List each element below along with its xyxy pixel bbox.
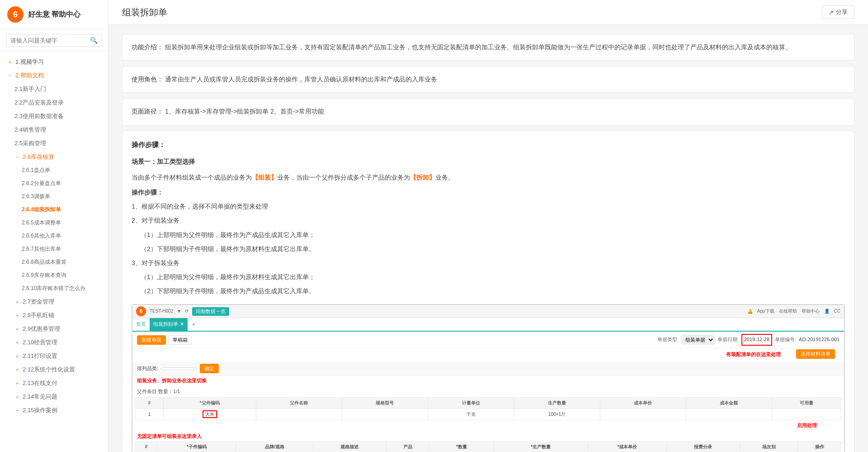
sidebar-item-custom[interactable]: ＋ 2.12系统个性化设置 <box>0 363 108 376</box>
path-label: 页面路径： <box>132 108 163 115</box>
sidebar-item-new-users[interactable]: 2.1新手入门 <box>0 82 108 96</box>
sidebar-item-assembly[interactable]: 2.6.4组装拆卸单 <box>0 203 108 216</box>
nav-label: 2.帮助文档 <box>15 71 44 80</box>
nav-label: 2.7资金管理 <box>23 298 54 306</box>
logo-area: 6 好生意 帮助中心 <box>0 0 108 29</box>
screenshot-container: 6 TEST-H002 ▼ ⟳ 同期数据一览 🔔 App下载 在线帮助 帮助中心… <box>132 304 845 452</box>
plus-icon: ＋ <box>14 380 20 387</box>
order-no-label: 单据编号: <box>775 335 796 344</box>
tab-assembly[interactable]: 组装拆卸单 ✕ <box>150 318 188 331</box>
sidebar-item-sales[interactable]: 2.4销售管理 <box>0 123 108 137</box>
ok-btn[interactable]: 确定 <box>200 364 219 373</box>
search-icon[interactable]: 🔍 <box>90 37 98 44</box>
page-title: 组装拆卸单 <box>122 6 167 19</box>
filter-input-box[interactable] <box>161 367 197 370</box>
top-right-nav: 🔔 App下载 在线帮助 帮助中心 👤 CC <box>747 307 840 315</box>
cell-spec <box>342 409 428 420</box>
nav-label: 2.12系统个性化设置 <box>23 366 75 374</box>
nav-label: 2.6.2分量盘点单 <box>22 180 61 187</box>
new-order-btn[interactable]: 新建单据 <box>137 335 166 345</box>
content-area: 功能介绍： 组装拆卸单用来处理企业组装或拆卸等加工业务，支持有固定装配清单的产品… <box>108 25 868 452</box>
tab-home[interactable]: 首页 <box>132 318 150 332</box>
step-2-1: （1）上部明细为父件明细，最终作为产成品生成其它入库单； <box>132 229 845 241</box>
sidebar-item-coupon[interactable]: ＋ 2.9优惠券管理 <box>0 322 108 336</box>
upper-table-head: # *父件编码 父件名称 规格型号 计量单位 生产数量 成本单价 成本金额 可用… <box>136 397 841 409</box>
sidebar-item-adjust[interactable]: 2.6.3调拨单 <box>0 190 108 203</box>
sidebar-item-pay[interactable]: ＋ 2.13在线支付 <box>0 376 108 390</box>
sidebar-item-cost-adjust[interactable]: 2.6.5成本调整单 <box>0 216 108 229</box>
sidebar-item-print[interactable]: ＋ 2.11打印设置 <box>0 349 108 363</box>
cell-code: 大米 <box>163 409 256 420</box>
nav-label: 2.6.1盘点单 <box>22 167 50 174</box>
col-parent-code: *父件编码 <box>163 397 256 409</box>
sidebar-item-stock-count2[interactable]: 2.6.2分量盘点单 <box>0 177 108 190</box>
step-2-2: （2）下部明细为子件明细，最终作为原材料生成其它出库单。 <box>132 243 845 255</box>
sidebar-item-ops[interactable]: ＋ 2.10经营管理 <box>0 336 108 349</box>
red-code-box: 大米 <box>203 410 217 418</box>
sidebar-item-cost-recalc[interactable]: 2.6.8商品成本重算 <box>0 256 108 269</box>
sidebar-item-inventory[interactable]: － 2.6库存核算 <box>0 150 108 164</box>
refresh-icon: ⟳ <box>185 307 189 315</box>
scenario-heading: 场景一：加工类型选择 <box>132 158 195 165</box>
sidebar-item-faq[interactable]: ＋ 2.14常见问题 <box>0 390 108 404</box>
plus-icon: ＋ <box>14 366 20 374</box>
nav-label: 2.6.9库存账本查询 <box>22 271 66 279</box>
nav-label: 2.13在线支付 <box>23 379 57 387</box>
col-action: 操作 <box>798 442 841 452</box>
nav-tree: ＋ 1.视频学习 － 2.帮助文档 2.1新手入门 2.2产品安装及登录 2.3… <box>0 52 108 452</box>
sidebar-item-stock-count[interactable]: 2.6.1盘点单 <box>0 164 108 177</box>
upper-table: # *父件编码 父件名称 规格型号 计量单位 生产数量 成本单价 成本金额 可用… <box>135 397 841 420</box>
step-1: 1、根据不同的业务，选择不同单据的类型来处理 <box>132 201 845 212</box>
plus-icon: ＋ <box>14 298 20 306</box>
tab-close-icon[interactable]: ✕ <box>180 320 184 329</box>
sidebar-item-account-error[interactable]: 2.6.10库存账本错了怎么办 <box>0 282 108 295</box>
logo-icon: 6 <box>7 6 24 23</box>
sidebar-item-other-out[interactable]: 2.6.7其他出库单 <box>0 243 108 256</box>
sidebar-item-data-prep[interactable]: 2.3使用前数据准备 <box>0 109 108 123</box>
share-icon: ↗ <box>829 9 834 16</box>
choose-bom-btn[interactable]: 选择材料清单 <box>796 349 835 359</box>
sidebar-item-install[interactable]: 2.2产品安装及登录 <box>0 96 108 109</box>
online-help-link[interactable]: 在线帮助 <box>779 307 797 315</box>
tab-new[interactable]: ＋ <box>188 318 200 331</box>
col-spec2: 规格描述 <box>313 442 387 452</box>
order-type-label: 单据类型: <box>657 335 679 344</box>
cell-qty: 100+1斤 <box>514 409 600 420</box>
date-value: 2019-12-28 <box>741 334 772 346</box>
plus-icon: ＋ <box>14 312 20 319</box>
col-num: # <box>136 397 164 409</box>
sidebar-item-docs[interactable]: － 2.帮助文档 <box>0 69 108 82</box>
data-overview-btn[interactable]: 同期数据一览 <box>192 307 229 316</box>
search-toolbar: 排列品类: 确定 <box>132 362 844 376</box>
app-download-link[interactable]: App下载 <box>757 307 774 315</box>
upper-table-header-row: # *父件编码 父件名称 规格型号 计量单位 生产数量 成本单价 成本金额 可用… <box>136 397 841 409</box>
upper-table-label: 父件条目 数量：1/1 <box>132 386 844 397</box>
search-box[interactable]: 🔍 <box>6 34 102 47</box>
sidebar-item-mobile[interactable]: ＋ 2.8手机旺铺 <box>0 309 108 322</box>
draft-btn[interactable]: 草稿箱 <box>169 335 192 345</box>
annotation-row-4: 无固定清单可组装在这里录入 <box>135 431 841 442</box>
app-screenshot: 6 TEST-H002 ▼ ⟳ 同期数据一览 🔔 App下载 在线帮助 帮助中心… <box>132 305 844 452</box>
share-button[interactable]: ↗ 分享 <box>822 5 854 19</box>
plus-icon: ＋ <box>7 58 13 66</box>
intro-section: 功能介绍： 组装拆卸单用来处理企业组装或拆卸等加工业务，支持有固定装配清单的产品… <box>122 34 854 61</box>
search-input[interactable] <box>10 37 90 44</box>
order-type-select[interactable]: 组装单据 拆卸单据 <box>681 335 715 344</box>
sidebar-item-other-in[interactable]: 2.6.6其他入库单 <box>0 229 108 243</box>
sidebar-item-videos[interactable]: ＋ 1.视频学习 <box>0 55 108 69</box>
cell-num: 1 <box>136 409 164 420</box>
col-cost-unit: 成本单价 <box>600 397 686 409</box>
step-3: 3、对于拆装业务 <box>132 257 845 269</box>
nav-label: 2.6库存核算 <box>23 153 54 161</box>
sidebar-item-stock-query[interactable]: 2.6.9库存账本查询 <box>0 269 108 282</box>
role-label: 使用角色： <box>132 76 163 83</box>
sidebar-item-cases[interactable]: ＋ 2.15操作案例 <box>0 404 108 417</box>
col-avail: 可用量 <box>772 397 841 409</box>
help-center-link[interactable]: 帮助中心 <box>802 307 820 315</box>
disassembly-keyword: 【拆卸】 <box>410 174 435 181</box>
sidebar-item-finance[interactable]: ＋ 2.7资金管理 <box>0 295 108 309</box>
sidebar-item-purchase[interactable]: 2.5采购管理 <box>0 137 108 150</box>
nav-label: 2.6.8商品成本重算 <box>22 258 66 266</box>
path-text: 1、库存核算->库存管理->组装拆卸单 2、首页->常用功能 <box>165 108 324 115</box>
cell-name <box>256 409 342 420</box>
